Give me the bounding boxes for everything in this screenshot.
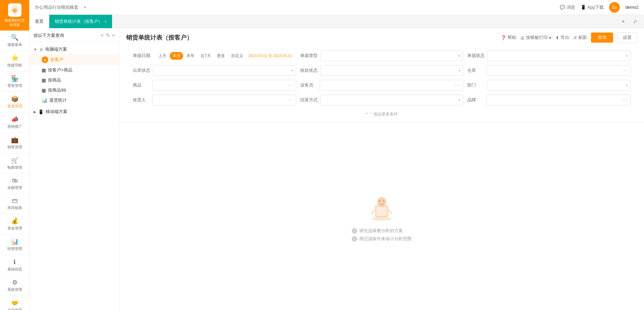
tree-section: ▼ 🖥 电脑端方案 ● 按客户 ▦ 按客户+商品 ▦ 按商品 bbox=[30, 42, 119, 119]
tree-item-sales-return[interactable]: 📊 退货统计 bbox=[30, 95, 119, 105]
filter-cell-department: 部门 ▾ bbox=[467, 80, 631, 91]
sidebar-item-inventory[interactable]: 🗃 库存核算 bbox=[0, 194, 29, 214]
date-tab-thismonth[interactable]: 本月 bbox=[170, 52, 183, 60]
collapse-bar[interactable]: ⌃⌃ 收起更多条件 bbox=[133, 109, 631, 118]
edit-scheme-icon[interactable]: ✎ bbox=[106, 32, 110, 39]
svg-rect-4 bbox=[376, 207, 387, 216]
collapse-panel-icon[interactable]: « bbox=[112, 32, 115, 39]
app-label: App下载 bbox=[587, 4, 604, 10]
date-tab-thisyear[interactable]: 本年 bbox=[184, 52, 197, 60]
collectstatus-input[interactable]: ▾ bbox=[320, 65, 464, 76]
type-filter-label: 单据类型 bbox=[300, 53, 318, 59]
tree-group-pc[interactable]: ▼ 🖥 电脑端方案 bbox=[30, 44, 119, 54]
sidebar-item-finance[interactable]: 💰 资金管理 bbox=[0, 214, 29, 235]
sidebar-label-basic: 基础信息 bbox=[7, 267, 22, 272]
tree-group-mobile[interactable]: ▶ 📱 移动端方案 bbox=[30, 107, 119, 117]
svg-point-5 bbox=[377, 197, 386, 207]
sidebar-item-company[interactable]: 🤝 企业协同 bbox=[0, 296, 29, 310]
export-label: 导出 bbox=[560, 35, 569, 41]
search-icon: 🔍 bbox=[11, 34, 18, 41]
department-input[interactable]: ▾ bbox=[487, 80, 631, 91]
pc-group-arrow: ▼ bbox=[34, 48, 37, 51]
tab-home[interactable]: 首页 bbox=[30, 15, 49, 28]
status-filter-input[interactable]: ▾ bbox=[487, 50, 631, 61]
date-tab-more[interactable]: 更多 bbox=[214, 52, 228, 60]
salesman-input[interactable]: ··· bbox=[320, 80, 464, 91]
help-link[interactable]: ❓ 帮助 bbox=[501, 35, 516, 41]
sidebar-item-sales[interactable]: 💼 销售管理 bbox=[0, 133, 29, 153]
sidebar-label-search: 搜索菜单 bbox=[7, 42, 22, 47]
sidebar-item-retail[interactable]: 🏪 零售管理 bbox=[0, 71, 29, 92]
by-product-icon: ▦ bbox=[42, 78, 46, 83]
product-99-label: 按商品99 bbox=[48, 87, 66, 93]
sidebar-item-marketing[interactable]: 📣 营销推广 bbox=[0, 112, 29, 133]
sidebar-item-search[interactable]: 🔍 搜索菜单 bbox=[0, 31, 29, 51]
warehouse-input[interactable]: ··· bbox=[487, 65, 631, 76]
receiver-dots: ··· bbox=[287, 97, 293, 103]
date-tab-7days[interactable]: 近7天 bbox=[198, 52, 214, 60]
type-filter-input[interactable]: ▾ bbox=[320, 50, 464, 61]
print-arrow: ▾ bbox=[549, 35, 551, 40]
date-tab-lastmonth[interactable]: 上月 bbox=[156, 52, 169, 60]
query-button[interactable]: 查询 bbox=[591, 33, 613, 43]
empty-hints: 1 请先选择要分析的方案 2 用过滤条件来缩小分析范围 bbox=[352, 228, 412, 242]
user-initials: Ea bbox=[612, 5, 617, 10]
operation-icon: 📊 bbox=[11, 238, 18, 245]
tree-item-customer-product[interactable]: ▦ 按客户+商品 bbox=[30, 65, 119, 75]
app-download-link[interactable]: 📱 App下载 bbox=[581, 4, 604, 10]
marketing-icon: 📣 bbox=[11, 116, 18, 123]
svg-point-7 bbox=[383, 200, 384, 202]
refresh-link[interactable]: ↺ 刷新 bbox=[573, 35, 587, 41]
svg-point-0 bbox=[11, 6, 19, 14]
sidebar-item-basic[interactable]: ℹ 基础信息 bbox=[0, 255, 29, 275]
left-panel-header: 按以下方案查询 + ✎ « bbox=[30, 28, 119, 42]
filter-row-3: 商品 ··· 业务员 ··· bbox=[133, 80, 631, 91]
brand-input[interactable]: ··· bbox=[487, 95, 631, 105]
sidebar-item-ecommerce[interactable]: 🛒 电商管理 bbox=[0, 153, 29, 174]
pc-folder-icon: 🖥 bbox=[39, 47, 43, 52]
sidebar-item-wholesale[interactable]: 📦 批发管理 bbox=[0, 92, 29, 112]
filter-cell-goods: 商品 ··· bbox=[133, 80, 296, 91]
tab-close-icon[interactable]: × bbox=[105, 19, 107, 23]
tab-maximize-button[interactable]: ⤢ bbox=[631, 17, 640, 26]
receiver-input[interactable]: ··· bbox=[152, 95, 296, 105]
purchase-icon: 🛍 bbox=[12, 177, 18, 184]
tree-item-by-customer[interactable]: ● 按客户 bbox=[30, 54, 119, 65]
user-avatar[interactable]: Ea bbox=[609, 2, 620, 13]
sidebar-label-system: 系统管理 bbox=[7, 287, 22, 292]
tab-close-button[interactable]: × bbox=[619, 17, 628, 26]
settings-button[interactable]: 设置 bbox=[617, 32, 637, 43]
collectstatus-arrow: ▾ bbox=[459, 69, 460, 72]
sidebar-label-finance: 资金管理 bbox=[7, 226, 22, 231]
date-tab-custom[interactable]: 自定义 bbox=[228, 52, 246, 60]
sidebar-item-quicknav[interactable]: ⭐ 快捷导航 bbox=[0, 51, 29, 71]
sidebar-label-inventory: 库存核算 bbox=[7, 205, 22, 210]
tab-report[interactable]: 销货单统计表（按客户） × bbox=[49, 15, 112, 28]
goods-input[interactable]: ··· bbox=[152, 80, 296, 91]
message-icon: 💬 bbox=[560, 5, 565, 10]
outstatus-input[interactable]: ▾ bbox=[153, 65, 296, 76]
industry-chevron[interactable]: ▾ bbox=[84, 5, 86, 10]
message-link[interactable]: 💬 消息 bbox=[560, 4, 575, 10]
outstatus-label: 出库状态 bbox=[133, 67, 150, 73]
sales-icon: 💼 bbox=[11, 136, 18, 144]
page-header: 销货单统计表（按客户） ❓ 帮助 🖨 按模板打印 ▾ ⬆ bbox=[119, 28, 644, 122]
goods-dots: ··· bbox=[287, 82, 293, 88]
add-scheme-icon[interactable]: + bbox=[101, 32, 104, 39]
tree-item-product-99[interactable]: ▦ 按商品99 bbox=[30, 85, 119, 95]
topbar: 办公用品行业模拟账套 ▾ 💬 消息 📱 App下载 Ea demo2 bbox=[30, 0, 644, 15]
tree-item-by-product[interactable]: ▦ 按商品 bbox=[30, 75, 119, 85]
print-link[interactable]: 🖨 按模板打印 ▾ bbox=[520, 35, 551, 41]
export-link[interactable]: ⬆ 导出 bbox=[555, 35, 569, 41]
sidebar: 畅捷通好生意 标准版 🔍 搜索菜单 ⭐ 快捷导航 🏪 零售管理 📦 批发管理 📣… bbox=[0, 0, 30, 310]
sidebar-item-system[interactable]: ⚙ 系统管理 bbox=[0, 275, 29, 296]
status-filter-label: 单据状态 bbox=[467, 53, 485, 59]
mobile-group-label: 移动端方案 bbox=[46, 109, 67, 115]
svg-point-1 bbox=[14, 10, 16, 12]
filter-row-2: 出库状态 ▾ 收款状态 ▾ bbox=[133, 65, 631, 76]
payment-input[interactable]: ▾ bbox=[320, 95, 464, 105]
sidebar-item-purchase[interactable]: 🛍 采购管理 bbox=[0, 174, 29, 194]
type-arrow-icon: ▾ bbox=[459, 54, 460, 58]
sidebar-item-operation[interactable]: 📊 经营管理 bbox=[0, 235, 29, 255]
app-logo[interactable]: 畅捷通好生意 标准版 bbox=[0, 0, 30, 31]
